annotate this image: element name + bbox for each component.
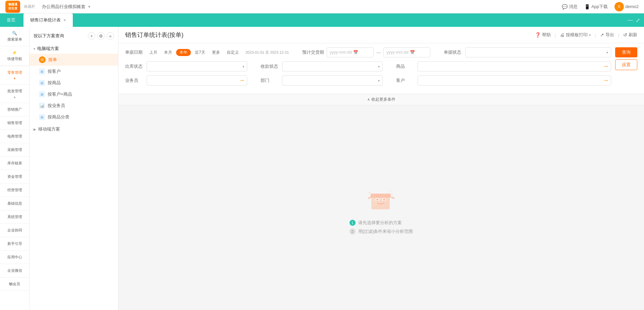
product-label: 商品 xyxy=(396,63,415,69)
sidebar-item-purchase[interactable]: 采购管理 xyxy=(0,143,29,157)
sidebar-item-wechat[interactable]: 企业微信 xyxy=(0,264,29,277)
tab-maximize-btn[interactable]: ⤢ xyxy=(636,17,640,23)
sidebar-item-operations[interactable]: 经营管理 xyxy=(0,184,29,197)
page-title: 销售订单统计表(按单) xyxy=(125,31,183,39)
date-btn-more[interactable]: 更多 xyxy=(209,49,223,56)
date-btn-this-year[interactable]: 本年 xyxy=(176,49,191,56)
query-btn[interactable]: 查询 xyxy=(615,47,637,57)
filter-row-2: 出库状态 ▾ 收款状态 ▾ xyxy=(125,61,611,71)
sidebar-item-sales[interactable]: 销售管理 xyxy=(0,116,29,130)
sidebar-item-system[interactable]: 系统管理 xyxy=(0,210,29,224)
filter-cell-delivery: 出库状态 ▾ xyxy=(125,61,247,71)
refresh-btn[interactable]: ↺ 刷新 xyxy=(623,32,637,38)
app-top-title: 办公用品行业模拟账套 xyxy=(42,4,86,10)
tab-home[interactable]: 首页 xyxy=(0,13,22,27)
user-name: demo2 xyxy=(625,4,639,9)
date-btn-last-month[interactable]: 上月 xyxy=(147,49,160,56)
department-select[interactable]: ▾ xyxy=(282,75,383,86)
scheme-by-product-icon: ⊞ xyxy=(39,80,45,86)
user-profile[interactable]: E demo2 xyxy=(614,2,639,11)
page-title-row: 销售订单统计表(按单) ❓ 帮助 | 🖨 按模板打印 ▾ | xyxy=(125,31,637,39)
scheme-group-desktop-header[interactable]: ▾ 电脑端方案 xyxy=(30,44,118,54)
sidebar-item-appstore[interactable]: 应用中心 xyxy=(0,251,29,264)
sidebar-item-newbie[interactable]: 新手引导 xyxy=(0,237,29,251)
tab-close-btn[interactable]: × xyxy=(63,17,66,23)
sidebar-item-inventory[interactable]: 库存核算 xyxy=(0,157,29,170)
sidebar-item-finance[interactable]: 资金管理 xyxy=(0,170,29,184)
salesperson-input[interactable]: ··· xyxy=(147,75,247,86)
tab-bar-right: — ⤢ xyxy=(628,17,644,23)
hint-num-1: 1 xyxy=(350,220,356,226)
filter-row-1: 单据日期 上月 本月 本年 近7天 更多 自定义 2023-01-01 至 20… xyxy=(125,47,611,57)
department-arrow: ▾ xyxy=(378,79,380,83)
search-icon: 🔍 xyxy=(12,31,17,36)
date-btn-this-month[interactable]: 本月 xyxy=(161,49,175,56)
svg-rect-7 xyxy=(390,196,395,199)
sidebar-item-wholesale[interactable]: 批发管理 ▴ xyxy=(0,85,29,103)
bill-status-select[interactable]: ▾ xyxy=(465,47,611,57)
scheme-settings-btn[interactable]: ⚙ xyxy=(97,32,105,40)
sidebar-item-search[interactable]: 🔍 搜索菜单 xyxy=(0,27,29,46)
print-btn[interactable]: 🖨 按模板打印 ▾ xyxy=(560,32,591,38)
scheme-add-btn[interactable]: + xyxy=(88,32,95,40)
app-download-btn[interactable]: 📱 App下载 xyxy=(584,4,608,10)
svg-point-9 xyxy=(391,194,393,195)
sidebar-item-basic[interactable]: 基础信息 xyxy=(0,197,29,210)
message-label: 消息 xyxy=(569,4,578,10)
main-panel: 销售订单统计表(按单) ❓ 帮助 | 🖨 按模板打印 ▾ | xyxy=(118,27,644,310)
help-btn[interactable]: ❓ 帮助 xyxy=(535,32,551,38)
hint-text-1: 请先选择要分析的方案 xyxy=(358,220,402,226)
scheme-item-by-product[interactable]: ⊞ 按商品 xyxy=(30,77,118,89)
expected-date-from[interactable]: yyyy-mm-dd 📅 xyxy=(327,47,374,57)
payment-status-select[interactable]: ▾ xyxy=(282,61,383,71)
sidebar-item-enterprise[interactable]: 企业协同 xyxy=(0,224,29,237)
message-btn[interactable]: 💬 消息 xyxy=(562,4,578,10)
scheme-collapse-btn[interactable]: « xyxy=(107,32,114,40)
scheme-item-by-order[interactable]: 按 按单 xyxy=(30,54,118,66)
settings-btn[interactable]: 设置 xyxy=(615,59,637,70)
refresh-icon: ↺ xyxy=(623,32,627,38)
hint-text-2: 用[过滤]条件来缩小分析范围 xyxy=(358,228,413,235)
date-btn-7days[interactable]: 近7天 xyxy=(192,49,208,56)
customer-input[interactable]: ··· xyxy=(418,75,611,86)
scheme-group-arrow: ▾ xyxy=(34,47,35,51)
delivery-status-select[interactable]: ▾ xyxy=(147,61,247,71)
payment-status-label: 收款状态 xyxy=(261,63,279,69)
product-input[interactable]: ··· xyxy=(418,61,611,71)
filter-cell-expected-date: 预计交货期 yyyy-mm-dd 📅 — yyyy-mm-dd 📅 xyxy=(302,47,430,57)
help-icon: ❓ xyxy=(535,32,541,38)
scheme-by-order-icon: 按 xyxy=(39,56,46,63)
bill-status-label: 单据状态 xyxy=(444,49,463,55)
collapse-row[interactable]: ∧ 收起更多条件 xyxy=(118,94,644,105)
empty-hints: 1 请先选择要分析的方案 2 用[过滤]条件来缩小分析范围 xyxy=(350,220,413,235)
sidebar-item-member[interactable]: 畅会员 xyxy=(0,277,29,291)
calendar-icon-from: 📅 xyxy=(353,50,358,55)
svg-point-10 xyxy=(388,190,391,192)
calendar-icon-to: 📅 xyxy=(410,50,415,55)
mobile-scheme-group[interactable]: ▶ 移动端方案 xyxy=(30,124,118,134)
empty-hint-2: 2 用[过滤]条件来缩小分析范围 xyxy=(350,228,413,235)
delivery-status-label: 出库状态 xyxy=(125,63,144,69)
sidebar-item-marketing[interactable]: 营销推广 xyxy=(0,103,29,116)
date-btn-custom[interactable]: 自定义 xyxy=(224,49,241,56)
sidebar-item-quicknav[interactable]: ⚡ 快捷导航 xyxy=(0,46,29,66)
scheme-item-by-customer[interactable]: ⊞ 按客户 xyxy=(30,66,118,77)
scheme-item-by-salesperson[interactable]: 📊 按业务员 xyxy=(30,100,118,111)
top-title-dropdown[interactable]: ▾ xyxy=(88,4,90,9)
export-btn[interactable]: ↗ 导出 xyxy=(600,32,614,38)
scheme-panel-title: 按以下方案查询 xyxy=(34,33,64,39)
print-icon: 🖨 xyxy=(560,32,565,38)
bill-status-arrow: ▾ xyxy=(606,51,608,54)
filter-cell-payment: 收款状态 ▾ xyxy=(261,61,383,71)
scheme-item-by-category[interactable]: ⊞ 按商品分类 xyxy=(30,111,118,123)
sidebar-item-ecommerce[interactable]: 电商管理 xyxy=(0,130,29,143)
scheme-by-cust-prod-icon: ⊞ xyxy=(39,91,45,97)
scheme-item-by-cust-prod[interactable]: ⊞ 按客户+商品 xyxy=(30,89,118,100)
logo: 畅捷通 好生意 xyxy=(5,1,20,13)
tab-minimize-btn[interactable]: — xyxy=(628,17,633,23)
tab-sales-order-stats[interactable]: 销售订单统计表 × xyxy=(23,13,73,27)
sidebar-item-retail[interactable]: 零售管理 ▾ xyxy=(0,66,29,85)
page-header: 销售订单统计表(按单) ❓ 帮助 | 🖨 按模板打印 ▾ | xyxy=(118,27,644,43)
empty-state-icon xyxy=(365,181,398,214)
expected-date-to[interactable]: yyyy-mm-dd 📅 xyxy=(383,47,430,57)
